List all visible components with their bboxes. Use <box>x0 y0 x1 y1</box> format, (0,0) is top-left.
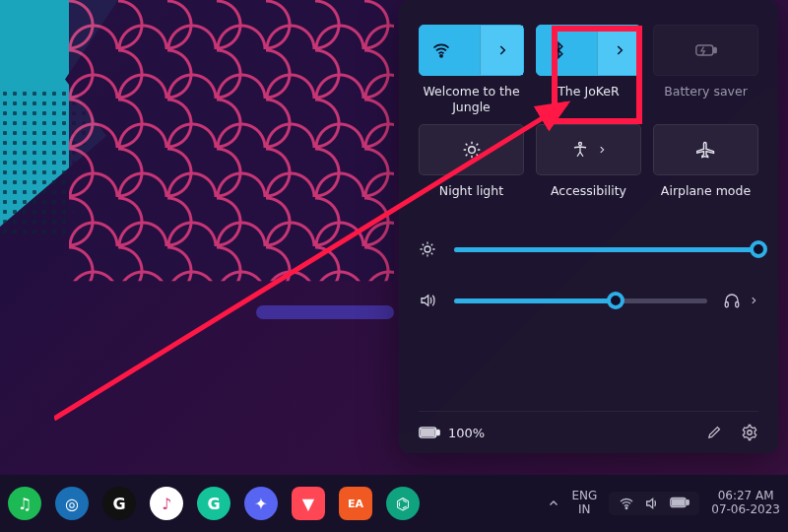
svg-point-11 <box>748 431 753 435</box>
taskbar-app-spotify[interactable]: ♫ <box>8 487 41 520</box>
edit-quick-settings-button[interactable] <box>706 424 723 441</box>
annotation-highlight-box <box>552 26 642 124</box>
taskbar-app-ea[interactable]: EA <box>339 487 372 520</box>
brightness-slider[interactable] <box>454 247 758 252</box>
night-light-toggle[interactable] <box>419 124 524 175</box>
svg-point-3 <box>468 147 475 154</box>
svg-rect-6 <box>725 302 728 307</box>
tile-night-light: Night light <box>419 124 524 213</box>
chevron-up-icon <box>548 498 559 509</box>
svg-point-0 <box>440 55 442 57</box>
taskbar-app-edge[interactable]: ◎ <box>55 487 89 520</box>
audio-output-button[interactable] <box>723 292 758 309</box>
headphones-icon <box>723 292 741 309</box>
battery-percent: 100% <box>448 426 485 440</box>
network-volume-battery-button[interactable] <box>609 492 699 515</box>
language-top: ENG <box>571 490 597 503</box>
brightness-row <box>419 240 758 258</box>
svg-rect-16 <box>673 499 685 505</box>
airplane-icon <box>696 140 716 160</box>
chevron-right-icon <box>749 296 758 305</box>
sliders-group <box>419 240 758 309</box>
battery-saver-label: Battery saver <box>664 84 748 113</box>
system-tray-area: ENG IN 06:27 AM 07-06-2023 <box>548 490 780 517</box>
settings-button[interactable] <box>741 424 758 441</box>
night-light-icon <box>462 140 482 160</box>
taskbar-app-grammarly[interactable]: G <box>197 487 230 520</box>
taskbar-app-logitech[interactable]: G <box>102 487 136 520</box>
airplane-toggle[interactable] <box>653 124 758 175</box>
volume-slider[interactable] <box>454 299 707 303</box>
language-bottom: IN <box>578 503 591 517</box>
brightness-icon <box>419 240 438 258</box>
taskbar-app-itunes[interactable]: ♪ <box>150 487 183 520</box>
taskbar-app-chatgpt[interactable]: ⌬ <box>386 487 420 520</box>
clock-date: 07-06-2023 <box>711 503 780 517</box>
wallpaper-pattern <box>69 0 394 305</box>
battery-saver-icon <box>695 42 717 58</box>
volume-icon <box>419 292 438 309</box>
wifi-icon[interactable] <box>420 26 462 75</box>
svg-rect-2 <box>713 47 716 52</box>
tile-airplane: Airplane mode <box>653 124 758 213</box>
taskbar-app-valorant[interactable]: ▼ <box>292 487 325 520</box>
language-switcher[interactable]: ENG IN <box>571 490 597 517</box>
taskbar-app-discord[interactable]: ✦ <box>244 487 278 520</box>
gear-icon <box>741 424 758 441</box>
svg-rect-7 <box>736 302 739 307</box>
svg-rect-15 <box>687 500 689 505</box>
night-light-label: Night light <box>439 183 503 213</box>
volume-icon <box>644 496 660 511</box>
clock-time: 06:27 AM <box>718 490 774 503</box>
accessibility-toggle[interactable] <box>536 124 641 175</box>
wifi-label: Welcome to the Jungle <box>419 84 524 114</box>
svg-point-13 <box>625 507 627 509</box>
wifi-icon <box>619 496 634 511</box>
svg-point-4 <box>578 143 581 146</box>
battery-status[interactable]: 100% <box>419 426 485 440</box>
svg-rect-10 <box>422 430 435 436</box>
wifi-toggle[interactable] <box>419 25 524 76</box>
svg-rect-1 <box>695 45 712 55</box>
airplane-label: Airplane mode <box>661 183 751 213</box>
taskbar-pinned-apps: ♫◎G♪G✦▼EA⌬ <box>8 487 420 520</box>
tile-battery-saver: Battery saver <box>653 25 758 114</box>
pencil-icon <box>706 424 723 440</box>
panel-footer: 100% <box>419 411 758 441</box>
tray-overflow-button[interactable] <box>548 498 559 509</box>
battery-icon <box>670 496 690 509</box>
accessibility-icon <box>571 140 607 160</box>
battery-saver-toggle[interactable] <box>653 25 758 76</box>
tile-accessibility: Accessibility <box>536 124 641 213</box>
clock-button[interactable]: 06:27 AM 07-06-2023 <box>711 490 780 517</box>
wifi-expand[interactable] <box>480 26 523 75</box>
svg-rect-9 <box>437 430 440 434</box>
accessibility-label: Accessibility <box>551 183 626 213</box>
taskbar: ♫◎G♪G✦▼EA⌬ ENG IN 06:27 AM 07-06-2023 <box>0 475 788 532</box>
battery-icon <box>419 426 440 439</box>
volume-row <box>419 292 758 309</box>
wallpaper-bar <box>256 305 394 319</box>
svg-point-5 <box>425 246 430 252</box>
tile-wifi: Welcome to the Jungle <box>419 25 524 114</box>
